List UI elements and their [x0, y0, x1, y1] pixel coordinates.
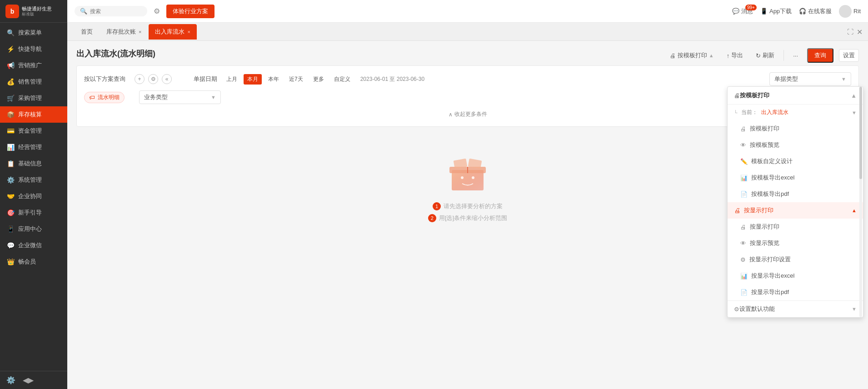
display-print-icon: 🖨 [734, 207, 740, 214]
file-icon-1: 🖨 [740, 125, 746, 132]
online-service-btn[interactable]: 🎧 在线客服 [799, 7, 832, 15]
collapse-sidebar-icon[interactable]: ◀▶ [23, 376, 34, 384]
doc-type-field: 单据类型 ▼ [769, 72, 851, 86]
filter-settings-btn[interactable]: ⚙ [148, 74, 158, 84]
user-avatar-btn[interactable]: Rit [839, 5, 861, 18]
date-btn-lastmonth[interactable]: 上月 [223, 74, 241, 85]
sidebar-bottom: ⚙️ ◀▶ [0, 371, 67, 389]
file-icon-2: 👁 [740, 142, 746, 149]
template-print-btn[interactable]: 🖨 按模板打印 ▲ [666, 50, 718, 61]
tab-panel-close-icon[interactable]: ✕ [857, 27, 863, 36]
search-input[interactable] [90, 8, 142, 15]
sidebar-item-vip[interactable]: 👑 畅会员 [0, 254, 67, 270]
filter-row-1: 按以下方案查询 + ⚙ « 单据日期 上月 本月 本年 近7天 更多 自定义 2… [84, 72, 851, 86]
search-box[interactable]: 🔍 [75, 6, 147, 16]
tab-flowdetail[interactable]: 出入库流水 × [149, 24, 196, 40]
date-btn-custom[interactable]: 自定义 [330, 74, 354, 85]
doc-type-select[interactable]: 单据类型 ▼ [769, 72, 851, 86]
dropdown-item-display-excel[interactable]: 📊 按显示导出excel [728, 268, 863, 284]
dropdown-item-template-custom[interactable]: ✏️ 模板自定义设计 [728, 153, 863, 170]
empty-step-2: 2 用[选]条件来缩小分析范围 [428, 214, 507, 222]
sidebar-item-collab[interactable]: 🤝 企业协同 [0, 188, 67, 204]
dropdown-title: 按模板打印 [740, 91, 769, 100]
dropdown-item-display-print[interactable]: 🖨 按显示打印 [728, 219, 863, 235]
display-file-icon-4: 📊 [740, 273, 748, 279]
display-file-icon-5: 📄 [740, 289, 748, 296]
filter-add-btn[interactable]: + [135, 74, 145, 84]
print-dropdown-panel: 🖨 按模板打印 ▲ └ 当前： 出入库流水 ▼ 🖨 按模板打印 👁 按模板预览 [727, 86, 863, 318]
search-icon-small: 🔍 [80, 8, 87, 15]
dropdown-item-display-preview[interactable]: 👁 按显示预览 [728, 235, 863, 251]
dropdown-item-template-preview[interactable]: 👁 按模板预览 [728, 137, 863, 153]
date-btn-more[interactable]: 更多 [309, 74, 328, 85]
collapse-filter-btn[interactable]: ∧ 收起更多条件 [444, 109, 492, 120]
file-icon-5: 📄 [740, 191, 748, 198]
filter-actions: + ⚙ « [135, 74, 172, 84]
dropdown-item-template-excel[interactable]: 📊 按模板导出excel [728, 170, 863, 186]
sidebar-item-apps[interactable]: 📱 应用中心 [0, 221, 67, 237]
sidebar-nav: 🔍 搜索菜单 ⚡ 快捷导航 📢 营销推广 💰 销售管理 🛒 采购管理 📦 库存核… [0, 23, 67, 371]
filter-tag[interactable]: 🏷 流水明细 [84, 92, 125, 103]
date-btn-7days[interactable]: 近7天 [285, 74, 307, 85]
settings-icon[interactable]: ⚙ [154, 7, 160, 15]
more-options-btn[interactable]: ··· [789, 50, 802, 61]
dropdown-item-display-settings[interactable]: ⚙ 按显示打印设置 [728, 251, 863, 268]
sidebar-item-operations[interactable]: 📊 经营管理 [0, 139, 67, 155]
dropdown-chevron-icon[interactable]: ▲ [851, 92, 857, 99]
collapse-icon: ∧ [449, 111, 453, 118]
tab-close-flowdetail[interactable]: × [187, 29, 190, 35]
display-print-subheader[interactable]: 🖨 按显示打印 ▲ [728, 202, 863, 219]
sidebar-logo: b 畅捷通好生意 标准版 [0, 0, 67, 23]
dropdown-item-template-pdf[interactable]: 📄 按模板导出pdf [728, 186, 863, 202]
refresh-icon: ↻ [756, 52, 761, 59]
mobile-icon: 📱 [760, 8, 768, 15]
quicknav-icon: ⚡ [6, 45, 15, 53]
dropdown-header: 🖨 按模板打印 ▲ [728, 87, 863, 105]
dropdown-item-display-pdf[interactable]: 📄 按显示导出pdf [728, 284, 863, 300]
trial-button[interactable]: 体验行业方案 [166, 5, 215, 18]
sidebar-item-marketing[interactable]: 📢 营销推广 [0, 57, 67, 74]
query-button[interactable]: 查询 [807, 48, 833, 63]
ellipsis-icon: ··· [793, 52, 798, 59]
sidebar-item-guide[interactable]: 🎯 新手引导 [0, 204, 67, 221]
basic-icon: 📋 [6, 160, 15, 167]
system-icon: ⚙️ [6, 176, 15, 184]
sidebar-item-inventory[interactable]: 📦 库存核算 [0, 106, 67, 123]
guide-icon: 🎯 [6, 209, 15, 216]
date-range-text: 2023-06-01 至 2023-06-30 [360, 75, 424, 83]
refresh-btn[interactable]: ↻ 刷新 [752, 50, 778, 61]
settings-btn[interactable]: 设置 [839, 49, 859, 62]
finance-icon: 💳 [6, 127, 15, 135]
date-btn-thismonth[interactable]: 本月 [244, 74, 262, 85]
toolbar: 🖨 按模板打印 ▲ ↑ 导出 ↻ 刷新 ··· 查询 设置 [666, 48, 859, 63]
sidebar-item-quicknav[interactable]: ⚡ 快捷导航 [0, 41, 67, 57]
tab-home[interactable]: 首页 [75, 24, 99, 40]
sidebar-item-finance[interactable]: 💳 资金管理 [0, 123, 67, 139]
filter-section-label: 按以下方案查询 [84, 75, 125, 83]
settings-gear-icon[interactable]: ⚙️ [6, 376, 15, 384]
biz-type-select[interactable]: 业务类型 ▼ [139, 90, 221, 104]
filter-collapse-btn[interactable]: « [162, 74, 172, 84]
sidebar-item-system[interactable]: ⚙️ 系统管理 [0, 172, 67, 188]
sidebar-item-sales[interactable]: 💰 销售管理 [0, 74, 67, 90]
sidebar-item-search[interactable]: 🔍 搜索菜单 [0, 25, 67, 41]
current-template-item[interactable]: └ 当前： 出入库流水 ▼ [728, 105, 863, 120]
dropdown-footer[interactable]: ⚙ 设置默认功能 ▼ [728, 300, 863, 317]
sidebar-item-purchase[interactable]: 🛒 采购管理 [0, 90, 67, 106]
tab-expand-icon[interactable]: ⛶ [847, 28, 853, 35]
dropdown-item-template-print[interactable]: 🖨 按模板打印 [728, 120, 863, 137]
topbar-right: 💬 消息 99+ 📱 App下载 🎧 在线客服 Rit [732, 5, 861, 18]
tab-batch[interactable]: 库存批次账 × [100, 24, 148, 40]
export-btn[interactable]: ↑ 导出 [723, 50, 747, 61]
sidebar-item-wechat[interactable]: 💬 企业微信 [0, 237, 67, 254]
app-download-btn[interactable]: 📱 App下载 [760, 7, 792, 15]
message-icon: 💬 [732, 8, 739, 15]
search-icon: 🔍 [6, 29, 15, 36]
tab-close-batch[interactable]: × [139, 29, 141, 35]
svg-point-6 [472, 176, 474, 179]
sidebar-item-basic[interactable]: 📋 基础信息 [0, 155, 67, 172]
display-file-icon-3: ⚙ [740, 256, 746, 263]
date-btn-thisyear[interactable]: 本年 [264, 74, 283, 85]
current-chevron-icon: ▼ [852, 110, 857, 115]
message-btn[interactable]: 💬 消息 99+ [732, 7, 753, 15]
